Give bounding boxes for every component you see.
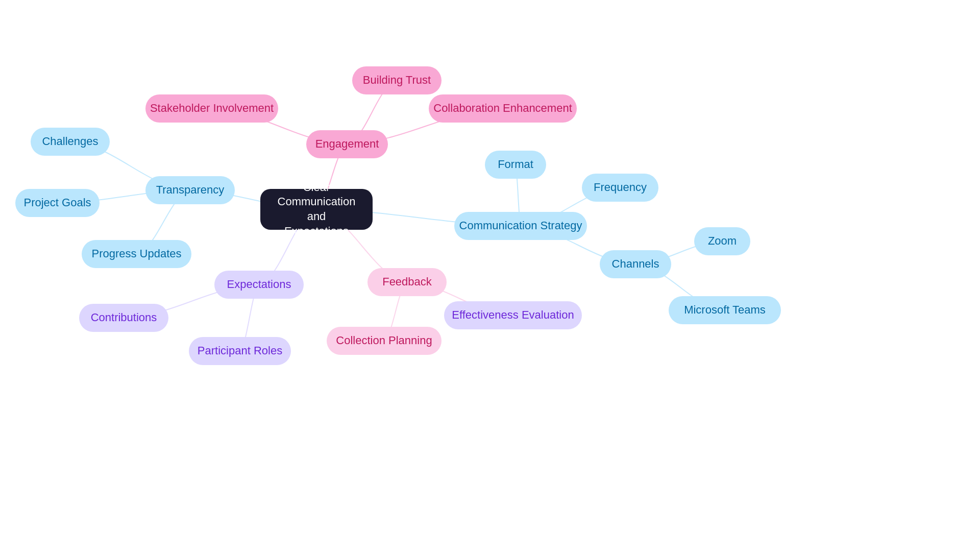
center-node: Clear Communication and Expectations xyxy=(260,189,373,230)
ms-teams-node: Microsoft Teams xyxy=(669,296,781,324)
challenges-node: Challenges xyxy=(31,128,110,156)
effectiveness-node: Effectiveness Evaluation xyxy=(444,301,582,329)
expectations-node: Expectations xyxy=(214,271,304,299)
stakeholder-node: Stakeholder Involvement xyxy=(145,94,278,123)
comm-strategy-node: Communication Strategy xyxy=(454,212,587,240)
transparency-node: Transparency xyxy=(145,176,235,204)
channels-node: Channels xyxy=(600,250,671,278)
feedback-node: Feedback xyxy=(368,268,447,296)
contributions-node: Contributions xyxy=(79,304,168,332)
building-trust-node: Building Trust xyxy=(352,66,442,94)
collection-planning-node: Collection Planning xyxy=(327,327,442,355)
format-node: Format xyxy=(485,151,546,179)
project-goals-node: Project Goals xyxy=(15,189,100,217)
zoom-node: Zoom xyxy=(694,227,750,255)
progress-updates-node: Progress Updates xyxy=(82,240,191,268)
center-label: Clear Communication and Expectations xyxy=(275,180,358,238)
engagement-node: Engagement xyxy=(306,130,388,158)
frequency-node: Frequency xyxy=(582,174,658,202)
collaboration-node: Collaboration Enhancement xyxy=(429,94,577,123)
participant-roles-node: Participant Roles xyxy=(189,337,291,365)
